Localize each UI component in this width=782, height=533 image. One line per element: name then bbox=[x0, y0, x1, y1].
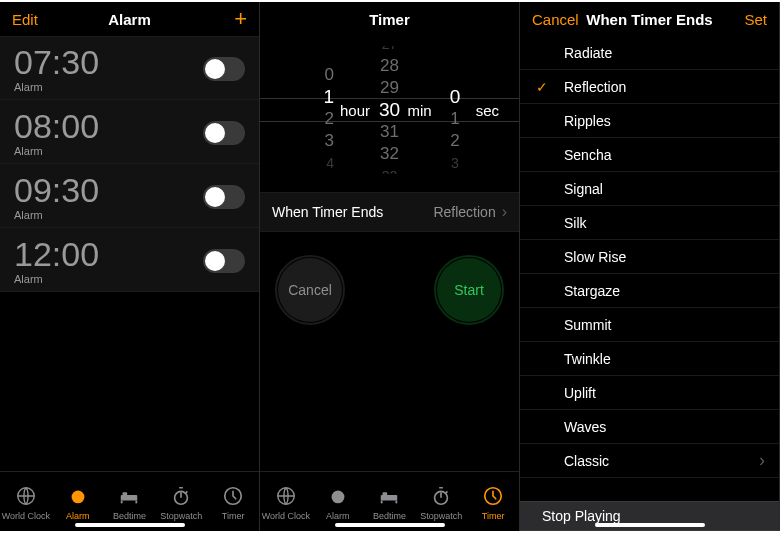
alarm-label: Alarm bbox=[14, 273, 99, 285]
set-button[interactable]: Set bbox=[713, 11, 767, 28]
alarm-time: 08:00 bbox=[14, 109, 99, 143]
tab-label: World Clock bbox=[2, 511, 50, 521]
sound-item[interactable]: Twinkle bbox=[520, 342, 779, 376]
alarm-toggle[interactable] bbox=[203, 121, 245, 145]
tab-alarm[interactable]: Alarm bbox=[52, 472, 104, 525]
when-timer-ends-screen: Cancel When Timer Ends Set RadiateReflec… bbox=[520, 2, 780, 531]
sound-item[interactable]: Slow Rise bbox=[520, 240, 779, 274]
tab-alarm[interactable]: Alarm bbox=[312, 472, 364, 525]
add-alarm-button[interactable]: + bbox=[193, 8, 247, 30]
picker-value: 29 bbox=[380, 77, 399, 99]
sound-item[interactable]: Reflection bbox=[520, 70, 779, 104]
tab-label: Timer bbox=[482, 511, 505, 521]
nav-bar: Cancel When Timer Ends Set bbox=[520, 2, 779, 36]
svg-rect-17 bbox=[383, 492, 388, 495]
picker-value: 28 bbox=[380, 55, 399, 77]
sound-item[interactable]: Ripples bbox=[520, 104, 779, 138]
tab-timer[interactable]: Timer bbox=[467, 472, 519, 525]
timer-icon bbox=[222, 485, 244, 509]
sound-item[interactable]: Summit bbox=[520, 308, 779, 342]
picker-value: 0 bbox=[450, 86, 461, 108]
plus-icon: + bbox=[234, 8, 247, 30]
tab-label: Bedtime bbox=[113, 511, 146, 521]
tab-timer[interactable]: Timer bbox=[207, 472, 259, 525]
alarm-toggle[interactable] bbox=[203, 57, 245, 81]
sound-item[interactable]: Uplift bbox=[520, 376, 779, 410]
picker-value: 31 bbox=[380, 121, 399, 143]
sound-item[interactable]: Waves bbox=[520, 410, 779, 444]
worldclock-icon bbox=[15, 485, 37, 509]
sound-item[interactable]: Radiate bbox=[520, 36, 779, 70]
sound-item[interactable]: Classic bbox=[520, 444, 779, 478]
cancel-button[interactable]: Cancel bbox=[532, 11, 586, 28]
picker-value: 2 bbox=[325, 108, 334, 130]
empty-area bbox=[260, 322, 519, 471]
tab-bedtime[interactable]: Bedtime bbox=[104, 472, 156, 525]
alarm-row[interactable]: 08:00Alarm bbox=[0, 100, 259, 164]
sound-item[interactable]: Signal bbox=[520, 172, 779, 206]
alarm-label: Alarm bbox=[14, 209, 99, 221]
when-timer-ends-label: When Timer Ends bbox=[272, 204, 383, 220]
alarm-row[interactable]: 07:30Alarm bbox=[0, 36, 259, 100]
alarm-toggle[interactable] bbox=[203, 185, 245, 209]
start-button[interactable]: Start bbox=[437, 258, 501, 322]
tab-bar: World ClockAlarmBedtimeStopwatchTimer bbox=[260, 471, 519, 531]
empty-area bbox=[0, 292, 259, 471]
sound-item[interactable]: Stargaze bbox=[520, 274, 779, 308]
svg-rect-4 bbox=[121, 495, 138, 501]
alarm-label: Alarm bbox=[14, 145, 99, 157]
svg-rect-5 bbox=[121, 501, 123, 504]
unit-min: min bbox=[408, 102, 432, 119]
tab-label: Stopwatch bbox=[160, 511, 202, 521]
alarm-row[interactable]: 12:00Alarm bbox=[0, 228, 259, 292]
picker-value: 4 bbox=[326, 152, 334, 174]
picker-value: 0 bbox=[325, 64, 334, 86]
sound-item[interactable]: Silk bbox=[520, 206, 779, 240]
tab-label: Timer bbox=[222, 511, 245, 521]
nav-bar: Edit Alarm + bbox=[0, 2, 259, 36]
sound-item[interactable]: Sencha bbox=[520, 138, 779, 172]
picker-value: 1 bbox=[450, 108, 459, 130]
nav-title: Alarm bbox=[108, 11, 151, 28]
worldclock-icon bbox=[275, 485, 297, 509]
alarm-time: 07:30 bbox=[14, 45, 99, 79]
tab-bedtime[interactable]: Bedtime bbox=[364, 472, 416, 525]
alarm-icon bbox=[327, 485, 349, 509]
alarm-list: 07:30Alarm08:00Alarm09:30Alarm12:00Alarm bbox=[0, 36, 259, 292]
tab-label: Bedtime bbox=[373, 511, 406, 521]
tab-worldclock[interactable]: World Clock bbox=[0, 472, 52, 525]
bedtime-icon bbox=[118, 485, 140, 509]
alarm-toggle[interactable] bbox=[203, 249, 245, 273]
timer-icon bbox=[482, 485, 504, 509]
when-timer-ends-row[interactable]: When Timer Ends Reflection › bbox=[260, 192, 519, 232]
tab-label: Alarm bbox=[66, 511, 90, 521]
time-picker[interactable]: 01234 27282930313233 0123 hour min sec bbox=[260, 46, 519, 174]
timer-screen: Timer 01234 27282930313233 0123 hour min… bbox=[260, 2, 520, 531]
svg-rect-7 bbox=[123, 492, 128, 495]
tab-stopwatch[interactable]: Stopwatch bbox=[155, 472, 207, 525]
alarm-label: Alarm bbox=[14, 81, 99, 93]
tab-bar: World ClockAlarmBedtimeStopwatchTimer bbox=[0, 471, 259, 531]
when-timer-ends-value: Reflection bbox=[433, 204, 495, 220]
stopwatch-icon bbox=[170, 485, 192, 509]
picker-value: 27 bbox=[382, 46, 398, 55]
stopwatch-icon bbox=[430, 485, 452, 509]
sound-list: RadiateReflectionRipplesSenchaSignalSilk… bbox=[520, 36, 779, 531]
svg-rect-16 bbox=[396, 501, 398, 504]
picker-value: 30 bbox=[379, 99, 400, 121]
picker-value: 3 bbox=[325, 130, 334, 152]
home-indicator bbox=[335, 523, 445, 527]
tab-worldclock[interactable]: World Clock bbox=[260, 472, 312, 525]
nav-bar: Timer bbox=[260, 2, 519, 36]
nav-title: Timer bbox=[369, 11, 410, 28]
alarm-icon bbox=[67, 485, 89, 509]
picker-value: 1 bbox=[323, 86, 334, 108]
alarm-row[interactable]: 09:30Alarm bbox=[0, 164, 259, 228]
svg-rect-15 bbox=[381, 501, 383, 504]
cancel-button[interactable]: Cancel bbox=[278, 258, 342, 322]
chevron-right-icon: › bbox=[502, 203, 507, 221]
picker-value: 33 bbox=[382, 165, 398, 174]
alarm-time: 09:30 bbox=[14, 173, 99, 207]
tab-stopwatch[interactable]: Stopwatch bbox=[415, 472, 467, 525]
edit-button[interactable]: Edit bbox=[12, 11, 66, 28]
